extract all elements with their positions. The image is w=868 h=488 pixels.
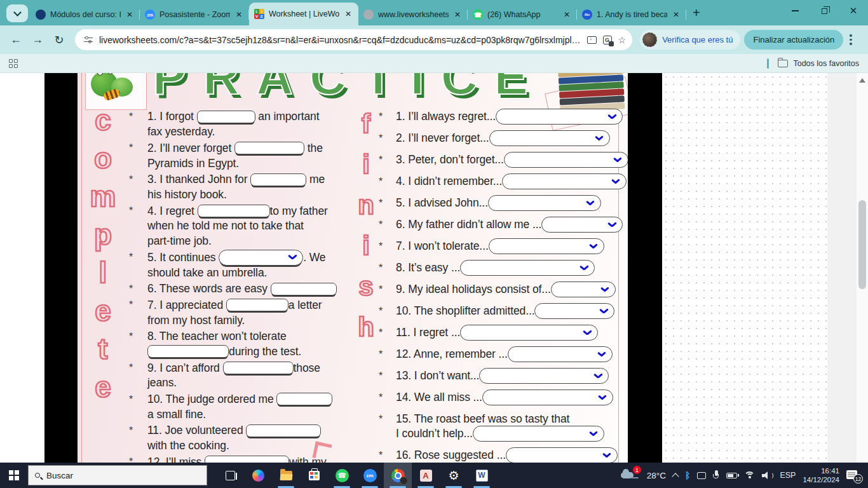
tab-5[interactable]: ☎(26) WhatsApp✕ <box>468 4 577 25</box>
tab-close-icon[interactable]: ✕ <box>125 10 135 19</box>
answer-blank-input[interactable] <box>246 424 321 437</box>
settings-button[interactable]: ⚙ <box>440 463 468 488</box>
tray-overflow-chevron[interactable] <box>672 473 679 480</box>
chevron-down-icon <box>602 452 611 459</box>
zoom-button[interactable]: zm <box>356 463 384 488</box>
apps-grid-icon[interactable] <box>9 59 18 68</box>
answer-blank-input[interactable] <box>147 345 229 358</box>
divider <box>767 58 769 69</box>
answer-select[interactable] <box>496 109 623 125</box>
whatsapp-button[interactable]: ☎ <box>328 463 356 488</box>
answer-select[interactable] <box>508 346 613 362</box>
site-settings-icon[interactable] <box>84 36 94 44</box>
copilot-button[interactable] <box>244 463 272 488</box>
answer-select[interactable] <box>219 250 303 266</box>
minimize-button[interactable] <box>780 0 810 22</box>
answer-blank-input[interactable] <box>250 173 306 186</box>
word-button[interactable]: W <box>468 463 496 488</box>
worksheet-item-right-10: *10. The shoplifter admitted... <box>379 304 628 318</box>
univ-favicon <box>36 10 46 20</box>
gear-icon: ⚙ <box>448 468 459 483</box>
scroll-up-arrow-icon[interactable] <box>859 78 865 83</box>
tab-close-icon[interactable]: ✕ <box>234 10 244 19</box>
answer-select[interactable] <box>534 303 614 319</box>
microsoft-store-button[interactable] <box>300 463 328 488</box>
answer-select[interactable] <box>506 447 618 463</box>
answer-select[interactable] <box>488 195 601 211</box>
finish-update-button[interactable]: Finalizar actualización <box>744 30 843 50</box>
date-label: 14/12/2024 <box>803 475 839 484</box>
answer-select[interactable] <box>473 426 604 442</box>
page-content: PRACTICE complete finish *1. I forgot an… <box>0 73 868 463</box>
answer-select[interactable] <box>460 260 595 276</box>
tab-search-button[interactable] <box>6 4 28 22</box>
tab-2[interactable]: zmPosasistente - Zoom✕ <box>140 4 249 25</box>
answer-select[interactable] <box>489 130 610 146</box>
battery-icon[interactable] <box>726 473 737 478</box>
tab-1[interactable]: Módulos del curso: IN✕ <box>31 4 140 25</box>
restore-button[interactable] <box>810 0 839 22</box>
answer-blank-input[interactable] <box>198 205 270 217</box>
chevron-down-icon <box>580 265 588 271</box>
tab-6[interactable]: filo1. Andy is tired becau✕ <box>577 4 686 25</box>
task-view-button[interactable] <box>216 463 244 488</box>
bubble-letter: o <box>94 139 112 177</box>
forward-button[interactable]: → <box>28 30 47 50</box>
file-explorer-button[interactable] <box>272 463 300 488</box>
tab-close-icon[interactable]: ✕ <box>562 10 572 19</box>
install-icon[interactable] <box>587 36 597 44</box>
chevron-down-icon <box>600 287 609 293</box>
translate-icon[interactable]: G <box>603 36 612 44</box>
answer-blank-input[interactable] <box>205 456 289 463</box>
answer-select[interactable] <box>504 152 628 168</box>
clock[interactable]: 16:41 14/12/2024 <box>803 466 839 484</box>
back-button[interactable]: ← <box>6 30 25 50</box>
answer-blank-input[interactable] <box>226 299 288 311</box>
start-button[interactable] <box>0 463 28 488</box>
tab-title: Posasistente - Zoom <box>159 10 230 19</box>
bluetooth-icon[interactable]: ᛒ <box>685 470 690 480</box>
scrollbar-thumb[interactable] <box>858 200 866 289</box>
answer-select[interactable] <box>489 238 604 254</box>
tab-close-icon[interactable]: ✕ <box>452 10 463 19</box>
tab-3[interactable]: LIVEWorksheet | LiveWork✕ <box>249 3 358 25</box>
temperature-label[interactable]: 28°C <box>647 471 666 480</box>
all-bookmarks[interactable]: Todos los favoritos <box>767 58 859 69</box>
answer-select[interactable] <box>460 325 598 341</box>
windows-taskbar: Buscar ☎ zm A ⚙ W 1 28°C ᛒ ESP 16:41 14/… <box>0 463 868 488</box>
answer-blank-input[interactable] <box>197 111 255 123</box>
taskbar-search-input[interactable]: Buscar <box>28 465 207 485</box>
sentence-text: 13. I don’t want... <box>396 369 479 383</box>
notification-center-button[interactable]: 12 <box>846 469 862 482</box>
menu-kebab-icon[interactable] <box>850 34 852 45</box>
answer-select[interactable] <box>502 173 627 189</box>
verify-profile-chip[interactable]: Verifica que eres tú <box>640 30 740 50</box>
tab-close-icon[interactable]: ✕ <box>343 10 353 18</box>
reload-button[interactable]: ↻ <box>50 30 69 50</box>
answer-select[interactable] <box>479 368 609 384</box>
keyboard-language[interactable]: ESP <box>780 471 796 480</box>
chrome-button[interactable] <box>384 463 412 488</box>
copilot-icon <box>252 470 264 482</box>
volume-icon[interactable] <box>762 471 773 480</box>
microphone-icon[interactable] <box>713 470 719 480</box>
wifi-icon[interactable] <box>744 471 755 480</box>
cast-icon[interactable] <box>697 472 706 479</box>
answer-select[interactable] <box>482 390 613 405</box>
bookmark-star-icon[interactable]: ☆ <box>618 35 627 45</box>
weather-widget[interactable]: 1 <box>621 468 640 482</box>
address-bar[interactable]: liveworksheets.com/c?a=s&t=37sc5ejh1z8&s… <box>75 29 632 50</box>
answer-blank-input[interactable] <box>271 283 337 295</box>
close-button[interactable]: ✕ <box>839 0 868 22</box>
autocad-button[interactable]: A <box>412 463 440 488</box>
tab-close-icon[interactable]: ✕ <box>671 10 681 19</box>
answer-select[interactable] <box>551 281 616 297</box>
answer-select[interactable] <box>541 217 623 233</box>
new-tab-button[interactable]: + <box>693 6 700 20</box>
worksheet-item-left-7: *7. I appreciated a letterfrom my host f… <box>129 297 365 328</box>
vertical-scrollbar[interactable] <box>857 73 868 463</box>
answer-blank-input[interactable] <box>223 362 294 374</box>
answer-blank-input[interactable] <box>276 393 332 405</box>
tab-4[interactable]: www.liveworksheets.c✕ <box>358 4 468 25</box>
answer-blank-input[interactable] <box>234 142 304 154</box>
